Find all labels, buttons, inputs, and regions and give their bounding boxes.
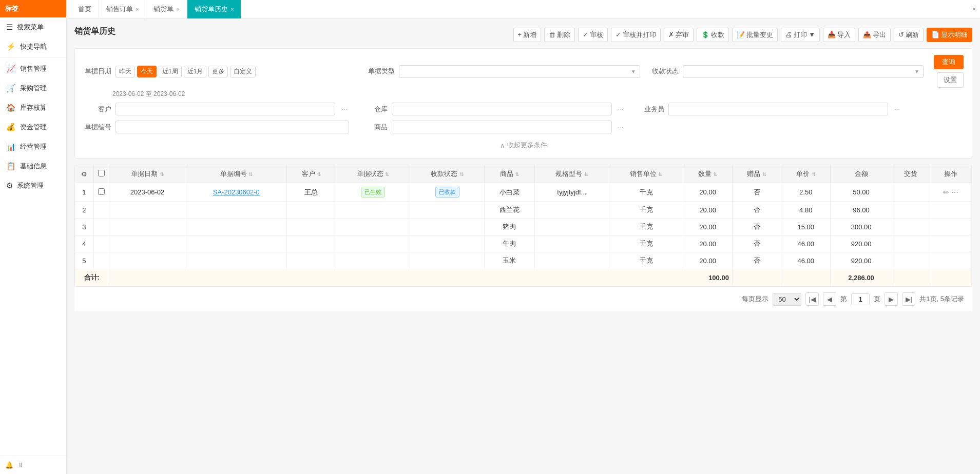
sort-icon-spec[interactable]: ⇅ <box>584 171 588 177</box>
page-number-input[interactable] <box>851 293 870 305</box>
row-customer <box>287 235 336 252</box>
sort-icon-doc-date[interactable]: ⇅ <box>160 171 164 177</box>
th-doc-no[interactable]: 单据编号 ⇅ <box>186 165 286 183</box>
next-page-button[interactable]: ▶ <box>885 292 898 306</box>
total-action-cell <box>930 269 971 286</box>
th-doc-status[interactable]: 单据状态 ⇅ <box>336 165 410 183</box>
date-btn-today[interactable]: 今天 <box>137 66 157 77</box>
export-button[interactable]: 📤 导出 <box>858 28 891 42</box>
import-button[interactable]: 📥 导入 <box>823 28 855 42</box>
sidebar-item-inventory[interactable]: 🏠 库存核算 <box>0 98 66 117</box>
tab-sales-history[interactable]: 销货单历史 × <box>187 0 241 18</box>
th-unit[interactable]: 销售单位 ⇅ <box>609 165 683 183</box>
date-btn-last-month[interactable]: 近1月 <box>184 66 207 77</box>
abandon-button[interactable]: ✗ 弃审 <box>664 28 694 42</box>
tab-sales-order[interactable]: 销售订单 × <box>99 0 146 18</box>
row-select-checkbox[interactable] <box>98 188 105 195</box>
th-settings[interactable]: ⚙ <box>75 165 93 183</box>
staff-input[interactable] <box>668 103 888 115</box>
sidebar-item-quick-nav[interactable]: ⚡ 快捷导航 <box>0 37 66 56</box>
row-gift: 否 <box>732 252 781 269</box>
row-action[interactable] <box>930 219 971 235</box>
prev-page-button[interactable]: ◀ <box>823 292 836 306</box>
sidebar-item-basic-info[interactable]: 📋 基础信息 <box>0 156 66 176</box>
collect-status-select[interactable] <box>683 65 924 78</box>
tab-sales-history-close[interactable]: × <box>230 6 234 12</box>
select-all-checkbox[interactable] <box>98 170 105 176</box>
sort-icon-gift[interactable]: ⇅ <box>762 171 766 177</box>
th-customer[interactable]: 客户 ⇅ <box>287 165 336 183</box>
warehouse-input[interactable] <box>392 103 611 115</box>
th-collect-status[interactable]: 收款状态 ⇅ <box>410 165 485 183</box>
row-doc-no[interactable]: SA-20230602-0 <box>186 183 286 202</box>
row-action[interactable] <box>930 202 971 219</box>
per-page-select[interactable]: 50 10 20 100 <box>773 293 801 306</box>
notification-icon[interactable]: 🔔 <box>5 461 13 469</box>
print-button[interactable]: 🖨 打印 ▼ <box>781 28 820 42</box>
add-button[interactable]: + 新增 <box>513 28 542 42</box>
doc-no-input[interactable] <box>116 121 349 133</box>
sort-icon-collect-status[interactable]: ⇅ <box>459 171 464 177</box>
tab-close-all[interactable]: × <box>972 6 976 13</box>
query-button[interactable]: 查询 <box>934 55 964 69</box>
th-unit-price[interactable]: 单价 ⇅ <box>781 165 831 183</box>
sort-icon-qty[interactable]: ⇅ <box>713 171 717 177</box>
sort-icon-unit-price[interactable]: ⇅ <box>812 171 816 177</box>
delete-button[interactable]: 🗑 删除 <box>544 28 575 42</box>
th-doc-date[interactable]: 单据日期 ⇅ <box>109 165 186 183</box>
show-detail-button[interactable]: 📄 显示明细 <box>927 28 972 42</box>
th-qty[interactable]: 数量 ⇅ <box>683 165 733 183</box>
collect-button[interactable]: 💲 收款 <box>697 28 729 42</box>
batch-change-button[interactable]: 📝 批量变更 <box>732 28 778 42</box>
pause-icon[interactable]: ⏸ <box>17 461 24 469</box>
th-spec[interactable]: 规格型号 ⇅ <box>535 165 609 183</box>
tab-sales-order-close[interactable]: × <box>136 6 139 12</box>
date-btn-last7[interactable]: 近1周 <box>159 66 182 77</box>
first-page-button[interactable]: |◀ <box>805 292 819 306</box>
warehouse-dots[interactable]: ··· <box>616 105 626 113</box>
doc-type-select[interactable] <box>399 65 640 78</box>
doc-no-link[interactable]: SA-20230602-0 <box>213 188 260 196</box>
refresh-button[interactable]: ↺ 刷新 <box>894 28 924 42</box>
goods-input[interactable] <box>392 121 611 133</box>
sort-icon-goods[interactable]: ⇅ <box>515 171 519 177</box>
settings-button[interactable]: 设置 <box>937 72 964 88</box>
staff-dots[interactable]: ··· <box>892 105 902 113</box>
last-page-button[interactable]: ▶| <box>902 292 915 306</box>
date-btn-more[interactable]: 更多 <box>208 66 228 77</box>
row-checkbox[interactable] <box>93 252 109 269</box>
customer-input[interactable] <box>116 103 335 115</box>
sidebar-item-operations[interactable]: 📊 经营管理 <box>0 137 66 156</box>
tab-sales-goods[interactable]: 销货单 × <box>146 0 187 18</box>
sidebar-item-search-menu[interactable]: ☰ 搜索菜单 <box>0 17 66 37</box>
more-icon[interactable]: ⋯ <box>951 188 958 196</box>
sort-icon-unit[interactable]: ⇅ <box>658 171 662 177</box>
customer-dots[interactable]: ··· <box>339 105 349 113</box>
date-btn-yesterday[interactable]: 昨天 <box>116 66 135 77</box>
sidebar-item-finance[interactable]: 💰 资金管理 <box>0 117 66 137</box>
tab-home[interactable]: 首页 <box>71 0 99 18</box>
row-checkbox[interactable] <box>93 235 109 252</box>
row-checkbox[interactable] <box>93 202 109 219</box>
date-btn-custom[interactable]: 自定义 <box>230 66 256 77</box>
row-action[interactable] <box>930 235 971 252</box>
sidebar-item-sales-mgmt[interactable]: 📈 销售管理 <box>0 59 66 78</box>
audit-print-button[interactable]: ✓ 审核并打印 <box>611 28 661 42</box>
th-goods[interactable]: 商品 ⇅ <box>484 165 534 183</box>
audit-button[interactable]: ✓ 审核 <box>578 28 608 42</box>
sidebar-item-purchase-mgmt[interactable]: 🛒 采购管理 <box>0 78 66 98</box>
sort-icon-doc-status[interactable]: ⇅ <box>385 171 389 177</box>
row-checkbox[interactable] <box>93 183 109 202</box>
row-action[interactable]: ✏⋯ <box>930 183 971 202</box>
edit-icon[interactable]: ✏ <box>943 188 949 196</box>
sort-icon-doc-no[interactable]: ⇅ <box>248 171 253 177</box>
row-action[interactable] <box>930 252 971 269</box>
th-gift[interactable]: 赠品 ⇅ <box>732 165 781 183</box>
tab-sales-goods-close[interactable]: × <box>176 6 179 12</box>
row-checkbox[interactable] <box>93 219 109 235</box>
sidebar-item-system-mgmt[interactable]: ⚙ 系统管理 <box>0 176 66 195</box>
filter-group-warehouse: 仓库 ··· <box>359 103 625 115</box>
sort-icon-customer[interactable]: ⇅ <box>317 171 321 177</box>
collapse-button[interactable]: ∧ 收起更多条件 <box>83 139 964 152</box>
goods-dots[interactable]: ··· <box>616 123 626 131</box>
